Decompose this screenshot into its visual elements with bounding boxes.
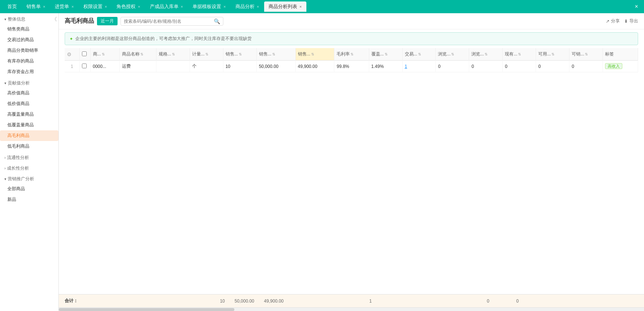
col-gross-rate-sort-icon[interactable]: ⇅ <box>350 52 353 56</box>
export-label: 导出 <box>629 18 638 24</box>
tab-purchase[interactable]: 进货单 × <box>50 1 78 12</box>
col-coverage-sort-icon[interactable]: ⇅ <box>385 52 388 56</box>
sidebar-item-traded-goods[interactable]: 交易过的商品 <box>0 35 58 45</box>
tab-sales-label: 销售单 <box>26 3 41 10</box>
tab-product-analysis-list[interactable]: 商品分析列表 × <box>264 1 306 12</box>
tab-product-analysis-close[interactable]: × <box>257 4 259 9</box>
col-settings[interactable]: ⚙ <box>65 48 79 61</box>
scrollbar-thumb[interactable] <box>59 308 234 311</box>
col-browse2-sort-icon[interactable]: ⇅ <box>485 52 488 56</box>
transaction-link[interactable]: 1 <box>405 64 407 69</box>
tab-permissions-close[interactable]: × <box>105 4 107 9</box>
sidebar-group-contribution-label: 贡献值分析 <box>8 80 30 86</box>
col-sales2-sort-icon[interactable]: ⇅ <box>272 52 275 56</box>
sidebar-item-all-goods[interactable]: 全部商品 <box>0 184 58 194</box>
sidebar-item-in-stock[interactable]: 有库存的商品 <box>0 56 58 66</box>
row-checkbox-cell[interactable] <box>79 61 90 72</box>
search-icon[interactable]: 🔍 <box>214 18 220 24</box>
sidebar-group-marketing[interactable]: ▾ 营销推广分析 <box>0 173 58 184</box>
share-button[interactable]: ↗ 分享 <box>606 18 620 24</box>
table-header-row: ⚙ 商...⇅ 商品名称⇅ 规格...⇅ <box>65 48 638 61</box>
col-saleable-sort-icon[interactable]: ⇅ <box>585 52 588 56</box>
row-spec <box>156 61 190 72</box>
tab-product-analysis[interactable]: 商品分析 × <box>231 1 263 12</box>
footer-sales3: 49,900.00 <box>256 299 286 304</box>
export-button[interactable]: ⬇ 导出 <box>624 18 638 24</box>
sidebar-group-contribution[interactable]: ▾ 贡献值分析 <box>0 77 58 88</box>
search-input[interactable] <box>124 19 212 24</box>
tab-template-settings[interactable]: 单据模板设置 × <box>188 1 230 12</box>
tab-purchase-label: 进货单 <box>55 3 69 10</box>
col-name: 商品名称⇅ <box>119 48 156 61</box>
sidebar-item-stock-capital[interactable]: 库存资金占用 <box>0 66 58 77</box>
col-gross-rate: 毛利率⇅ <box>334 48 369 61</box>
sidebar-group-liquidity[interactable]: › 流通性分析 <box>0 152 58 162</box>
col-name-sort-icon[interactable]: ⇅ <box>140 52 143 56</box>
col-transaction-sort-icon[interactable]: ⇅ <box>418 52 421 56</box>
sidebar: 《 ▾ 整体信息 销售类商品 交易过的商品 商品分类助销率 有库存的商品 库存资… <box>0 13 59 311</box>
tab-sales[interactable]: 销售单 × <box>22 1 50 12</box>
col-sales2: 销售...⇅ <box>256 48 295 61</box>
tab-finished-goods-label: 产成品入库单 <box>150 3 179 10</box>
sidebar-item-high-value[interactable]: 高价值商品 <box>0 88 58 98</box>
col-spec: 规格...⇅ <box>156 48 190 61</box>
footer-transaction: 1 <box>345 299 374 304</box>
info-text: 企业的主要的利润都是这部分商品创造的，可考虑加大推广，同时关注库存是不要出现缺货 <box>75 36 252 42</box>
sidebar-group-growth[interactable]: › 成长性分析 <box>0 162 58 173</box>
tab-home[interactable]: 首页 <box>3 1 21 12</box>
col-current-sort-icon[interactable]: ⇅ <box>518 52 521 56</box>
col-spec-sort-icon[interactable]: ⇅ <box>172 52 175 56</box>
sidebar-group-marketing-arrow: ▾ <box>4 177 6 181</box>
search-box[interactable]: 🔍 <box>120 17 223 26</box>
col-unit-sort-icon[interactable]: ⇅ <box>205 52 208 56</box>
tab-template-settings-close[interactable]: × <box>223 4 226 9</box>
col-sales3-sort-icon[interactable]: ⇅ <box>311 52 314 56</box>
select-all-checkbox[interactable] <box>82 51 87 56</box>
sidebar-item-sales-goods[interactable]: 销售类商品 <box>0 24 58 35</box>
col-browse1-sort-icon[interactable]: ⇅ <box>451 52 454 56</box>
tab-product-analysis-list-close[interactable]: × <box>299 4 302 9</box>
tab-roles-close[interactable]: × <box>138 4 140 9</box>
sidebar-group-growth-label: 成长性分析 <box>7 165 29 171</box>
col-sales1-sort-icon[interactable]: ⇅ <box>239 52 242 56</box>
tab-template-settings-label: 单据模板设置 <box>193 3 221 10</box>
col-current: 现有...⇅ <box>503 48 536 61</box>
tab-home-label: 首页 <box>7 3 17 10</box>
horizontal-scrollbar[interactable] <box>59 307 644 311</box>
row-gross-rate: 99.8% <box>334 61 369 72</box>
tab-finished-goods[interactable]: 产成品入库单 × <box>145 1 187 12</box>
settings-icon[interactable]: ⚙ <box>67 51 72 57</box>
col-tag: 标签 <box>603 48 638 61</box>
sidebar-item-low-coverage[interactable]: 低覆盖量商品 <box>0 120 58 130</box>
main-layout: 《 ▾ 整体信息 销售类商品 交易过的商品 商品分类助销率 有库存的商品 库存资… <box>0 13 644 311</box>
tab-permissions[interactable]: 权限设置 × <box>79 1 111 12</box>
sidebar-item-high-margin[interactable]: 高毛利商品 <box>0 130 58 141</box>
row-name: 运费 <box>119 61 156 72</box>
row-transaction: 1 <box>402 61 436 72</box>
sidebar-group-overall[interactable]: ▾ 整体信息 <box>0 13 58 24</box>
row-checkbox[interactable] <box>82 64 87 68</box>
period-button[interactable]: 近一月 <box>97 17 118 25</box>
sidebar-item-new-goods[interactable]: 新品 <box>0 194 58 205</box>
row-unit: 个 <box>190 61 223 72</box>
sidebar-item-low-margin[interactable]: 低毛利商品 <box>0 141 58 152</box>
col-sales3: 销售...⇅ <box>295 48 334 61</box>
sidebar-item-low-value[interactable]: 低价值商品 <box>0 98 58 109</box>
sidebar-group-overall-arrow: ▾ <box>4 17 6 21</box>
col-sales1: 销售...⇅ <box>223 48 256 61</box>
tab-purchase-close[interactable]: × <box>71 4 73 9</box>
footer-totals: 合计： 10 50,000.00 49,900.00 1 0 0 <box>59 294 644 307</box>
tab-roles[interactable]: 角色授权 × <box>112 1 144 12</box>
export-icon: ⬇ <box>624 19 628 24</box>
col-code-sort-icon[interactable]: ⇅ <box>102 52 105 56</box>
sidebar-collapse-button[interactable]: 《 <box>52 16 57 23</box>
tab-sales-close[interactable]: × <box>43 4 45 9</box>
sidebar-item-category-rate[interactable]: 商品分类助销率 <box>0 45 58 56</box>
sidebar-item-high-coverage[interactable]: 高覆盖量商品 <box>0 109 58 120</box>
footer-sales1: 10 <box>198 299 227 304</box>
footer-saleable: 0 <box>492 299 521 304</box>
close-all-tabs-button[interactable]: × <box>632 3 641 10</box>
row-coverage: 1.49% <box>369 61 402 72</box>
tab-finished-goods-close[interactable]: × <box>181 4 183 9</box>
col-available-sort-icon[interactable]: ⇅ <box>551 52 554 56</box>
